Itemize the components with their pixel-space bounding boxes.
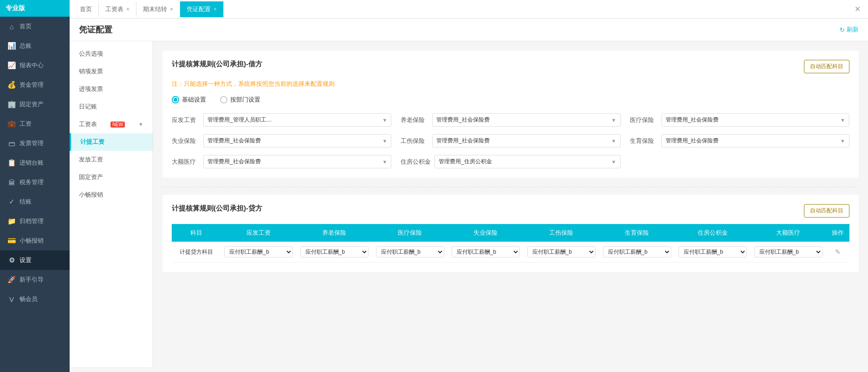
submenu-public-options[interactable]: 公共选项 <box>70 45 153 63</box>
sidebar-label-salary: 工资 <box>19 120 32 128</box>
sidebar-item-close[interactable]: ✓ 结账 <box>0 192 70 212</box>
submenu-fixed-assets[interactable]: 固定资产 <box>70 168 153 186</box>
tab-voucher[interactable]: 凭证配置 × <box>180 1 224 17</box>
tab-salary[interactable]: 工资表 × <box>99 1 136 17</box>
cell-unemployment-value[interactable]: 应付职工薪酬_b <box>448 242 524 263</box>
table-select-maternity[interactable]: 应付职工薪酬_b <box>603 246 671 257</box>
vip-icon: V <box>7 295 16 303</box>
asset-icon: 🏢 <box>7 100 16 109</box>
invoice-icon: 🗃 <box>7 140 16 148</box>
radio-group: 基础设置 按部门设置 <box>172 96 849 104</box>
sidebar-label-archive: 归档管理 <box>19 217 44 225</box>
col-subject: 科目 <box>172 224 220 242</box>
salary-icon: 💼 <box>7 120 16 128</box>
sidebar-item-settings[interactable]: ⚙ 设置 <box>0 250 70 270</box>
radio-dept-setting[interactable]: 按部门设置 <box>220 96 260 104</box>
sidebar-item-vip[interactable]: V 畅会员 <box>0 289 70 309</box>
sidebar-item-ledger[interactable]: 📋 进销台账 <box>0 153 70 173</box>
tab-period-label: 期末结转 <box>143 5 167 13</box>
tab-period[interactable]: 期末结转 × <box>136 1 180 17</box>
sidebar-item-salary[interactable]: 💼 工资 <box>0 114 70 134</box>
submenu-pay-salary[interactable]: 发放工资 <box>70 151 153 168</box>
refresh-icon: ↻ <box>840 26 845 33</box>
select-pension[interactable]: 管理费用_社会保险费 ▼ <box>432 113 620 127</box>
table-row: 计提贷方科目 应付职工薪酬_b 应付职工薪酬_b <box>172 242 849 263</box>
sidebar-item-home[interactable]: ⌂ 首页 <box>0 17 70 36</box>
sidebar-label-vip: 畅会员 <box>19 295 38 303</box>
cell-injury-value[interactable]: 应付职工薪酬_b <box>524 242 599 263</box>
select-unemployment[interactable]: 管理费用_社会保险费 ▼ <box>203 134 391 148</box>
fund-icon: 💰 <box>7 81 16 89</box>
select-maternity[interactable]: 管理费用_社会保险费 ▼ <box>661 134 849 148</box>
table-select-salary[interactable]: 应付职工薪酬_b <box>224 246 292 257</box>
submenu-xiaochang[interactable]: 小畅报销 <box>70 186 153 204</box>
sidebar-item-tax[interactable]: 🏛 税务管理 <box>0 173 70 192</box>
submenu-accrual-salary[interactable]: 计提工资 <box>70 133 153 151</box>
tab-home-label: 首页 <box>80 5 92 13</box>
content-layout: 公共选项 销项发票 进项发票 日记账 工资表 NEW ▼ 计提工资 <box>70 41 868 367</box>
tab-home[interactable]: 首页 <box>73 1 99 17</box>
sidebar-item-report[interactable]: 📈 报表中心 <box>0 56 70 75</box>
select-housing[interactable]: 管理费用_住房公积金 ▼ <box>434 155 620 168</box>
cell-pension-value[interactable]: 应付职工薪酬_b <box>297 242 372 263</box>
select-unemployment-value: 管理费用_社会保险费 <box>207 137 261 145</box>
submenu-payroll[interactable]: 工资表 NEW ▼ <box>70 115 153 133</box>
label-injury: 工伤保险 <box>401 137 428 145</box>
sidebar-label-general: 总账 <box>19 42 32 50</box>
form-row-injury: 工伤保险 管理费用_社会保险费 ▼ <box>401 134 620 148</box>
select-salary[interactable]: 管理费用_管理人员职工薪酬 ▼ <box>203 113 391 127</box>
sidebar-item-invoice[interactable]: 🗃 发票管理 <box>0 134 70 153</box>
label-salary: 应发工资 <box>172 116 200 124</box>
sidebar-item-guide[interactable]: 🚀 新手引导 <box>0 270 70 289</box>
sidebar-item-asset[interactable]: 🏢 固定资产 <box>0 95 70 114</box>
table-header-row: 科目 应发工资 养老保险 医疗保险 失业保险 工伤保险 生育保险 住房公积金 大… <box>172 224 849 242</box>
close-all-tabs-button[interactable]: ✕ <box>851 3 864 15</box>
cell-medical-value[interactable]: 应付职工薪酬_b <box>372 242 448 263</box>
table-select-pension[interactable]: 应付职工薪酬_b <box>300 246 369 257</box>
select-big-medical-arrow-icon: ▼ <box>382 159 387 165</box>
submenu-journal[interactable]: 日记账 <box>70 98 153 115</box>
credit-auto-match-button[interactable]: 自动匹配科目 <box>804 204 849 218</box>
col-injury: 工伤保险 <box>524 224 599 242</box>
select-medical[interactable]: 管理费用_社会保险费 ▼ <box>661 113 849 127</box>
sidebar-item-expense[interactable]: 💳 小畅报销 <box>0 231 70 250</box>
tab-voucher-label: 凭证配置 <box>187 5 211 13</box>
table-select-housing[interactable]: 应付职工薪酬_b <box>679 246 747 257</box>
debit-auto-match-button[interactable]: 自动匹配科目 <box>804 60 849 73</box>
submenu-sales-invoice[interactable]: 销项发票 <box>70 63 153 80</box>
brand-label: 专业版 <box>0 0 70 17</box>
select-maternity-arrow-icon: ▼ <box>840 138 845 144</box>
sidebar-item-archive[interactable]: 📁 归档管理 <box>0 212 70 231</box>
tab-voucher-close[interactable]: × <box>214 6 217 13</box>
sidebar-label-ledger: 进销台账 <box>19 159 44 167</box>
section-divider <box>162 187 859 187</box>
select-big-medical[interactable]: 管理费用_社会保险费 ▼ <box>203 155 391 168</box>
radio-dept-unchecked <box>220 96 227 103</box>
report-icon: 📈 <box>7 61 16 70</box>
guide-icon: 🚀 <box>7 276 16 284</box>
table-select-unemployment[interactable]: 应付职工薪酬_b <box>452 246 520 257</box>
select-injury[interactable]: 管理费用_社会保险费 ▼ <box>432 134 620 148</box>
table-select-injury[interactable]: 应付职工薪酬_b <box>527 246 596 257</box>
table-select-medical[interactable]: 应付职工薪酬_b <box>376 246 444 257</box>
tab-salary-close[interactable]: × <box>126 6 130 13</box>
cell-housing-value[interactable]: 应付职工薪酬_b <box>675 242 751 263</box>
cell-action[interactable]: ✎ <box>826 242 849 263</box>
cell-big-medical-value[interactable]: 应付职工薪酬_b <box>751 242 826 263</box>
submenu-purchase-invoice[interactable]: 进项发票 <box>70 80 153 98</box>
debit-section-note: 注：只能选择一种方式，系统将按照您当前的选择来配置规则 <box>172 80 849 88</box>
radio-basic-setting[interactable]: 基础设置 <box>172 96 206 104</box>
general-icon: 📊 <box>7 42 16 50</box>
credit-section-header: 计提核算规则(公司承担)-贷方 自动匹配科目 <box>172 204 849 218</box>
cell-salary-value[interactable]: 应付职工薪酬_b <box>220 242 296 263</box>
refresh-button[interactable]: ↻ 刷新 <box>840 26 859 34</box>
sidebar-item-general[interactable]: 📊 总账 <box>0 36 70 56</box>
edit-row-icon[interactable]: ✎ <box>835 248 841 256</box>
main-area: 首页 工资表 × 期末结转 × 凭证配置 × ✕ 凭证配置 ↻ 刷新 <box>70 0 868 372</box>
cell-maternity-value[interactable]: 应付职工薪酬_b <box>599 242 675 263</box>
sidebar-item-fund[interactable]: 💰 资金管理 <box>0 75 70 95</box>
table-select-big-medical[interactable]: 应付职工薪酬_b <box>754 246 823 257</box>
home-icon: ⌂ <box>7 23 16 31</box>
sidebar-label-expense: 小畅报销 <box>19 237 44 245</box>
tab-period-close[interactable]: × <box>170 6 173 13</box>
